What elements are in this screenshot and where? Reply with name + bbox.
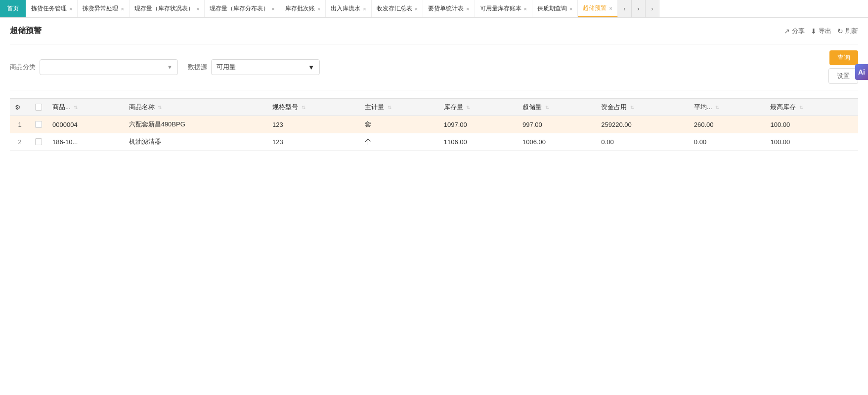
cell-unit: 套 bbox=[360, 116, 438, 133]
refresh-button[interactable]: ↻ 刷新 bbox=[837, 27, 858, 36]
sort-icon-avg: ⇅ bbox=[715, 105, 719, 110]
col-header-product-name-label: 商品名称 bbox=[129, 103, 155, 111]
tab-demand-stats[interactable]: 要货单统计表 × bbox=[423, 0, 475, 17]
tab-inventory-status-label: 现存量（库存状况表） bbox=[134, 4, 194, 13]
col-header-stock-label: 库存量 bbox=[444, 103, 463, 111]
tab-inventory-dist[interactable]: 现存量（库存分布表） × bbox=[205, 0, 280, 17]
cell-checkbox[interactable] bbox=[30, 116, 47, 133]
col-header-settings[interactable]: ⚙ bbox=[10, 99, 30, 116]
nav-home[interactable]: 首页 bbox=[0, 0, 26, 17]
data-table: ⚙ 商品... ⇅ 商品名称 ⇅ 规格型号 ⇅ bbox=[10, 98, 858, 151]
col-header-stock[interactable]: 库存量 ⇅ bbox=[439, 99, 518, 116]
category-chevron-icon: ▼ bbox=[167, 64, 173, 70]
col-header-product-code-label: 商品... bbox=[52, 103, 71, 111]
tab-recv-summary-label: 收发存汇总表 bbox=[377, 4, 412, 13]
cell-product-code: 186-10... bbox=[47, 133, 124, 151]
tab-inventory-dist-close[interactable]: × bbox=[271, 6, 274, 12]
export-label: 导出 bbox=[819, 27, 831, 36]
filter-bar: 商品分类 ▼ 数据源 可用量 ▼ 查询 设置 bbox=[10, 44, 858, 90]
tab-expiry-query-close[interactable]: × bbox=[569, 6, 572, 12]
cell-product-code: 0000004 bbox=[47, 116, 124, 133]
tab-inventory-status-close[interactable]: × bbox=[196, 6, 199, 12]
page-header: 超储预警 ↗ 分享 ⬇ 导出 ↻ 刷新 bbox=[10, 26, 858, 36]
category-filter-label: 商品分类 bbox=[10, 63, 36, 72]
col-header-checkbox[interactable] bbox=[30, 99, 47, 116]
cell-spec: 123 bbox=[267, 116, 360, 133]
select-all-checkbox[interactable] bbox=[35, 104, 42, 111]
table-row: 2 186-10... 机油滤清器 123 个 1106.00 1006.00 … bbox=[10, 133, 858, 151]
cell-product-name: 六配套新昌490BPG bbox=[124, 116, 267, 133]
cell-spec: 123 bbox=[267, 133, 360, 151]
tab-inventory-batch-close[interactable]: × bbox=[317, 6, 320, 12]
topbar: 首页 拣货任务管理 × 拣货异常处理 × 现存量（库存状况表） × 现存量（库存… bbox=[0, 0, 868, 18]
cell-overstock: 997.00 bbox=[518, 116, 596, 133]
ai-badge[interactable]: Ai bbox=[855, 64, 868, 80]
tab-recv-summary[interactable]: 收发存汇总表 × bbox=[372, 0, 423, 17]
tab-overstock-warning[interactable]: 超储预警 × bbox=[578, 0, 617, 17]
cell-checkbox[interactable] bbox=[30, 133, 47, 151]
tab-inout-flow-close[interactable]: × bbox=[363, 6, 366, 12]
refresh-label: 刷新 bbox=[845, 27, 858, 36]
tab-inventory-dist-label: 现存量（库存分布表） bbox=[210, 4, 269, 13]
col-header-product-code[interactable]: 商品... ⇅ bbox=[47, 99, 124, 116]
col-header-avg-label: 平均... bbox=[694, 103, 712, 111]
tab-overstock-warning-close[interactable]: × bbox=[609, 5, 612, 11]
tab-available-ledger-close[interactable]: × bbox=[524, 6, 527, 12]
col-header-max-stock[interactable]: 最高库存 ⇅ bbox=[765, 99, 858, 116]
sort-icon-overstock: ⇅ bbox=[545, 105, 549, 110]
cell-product-name: 机油滤清器 bbox=[124, 133, 267, 151]
tab-available-ledger[interactable]: 可用量库存账本 × bbox=[475, 0, 532, 17]
datasource-select[interactable]: 可用量 ▼ bbox=[211, 59, 320, 75]
col-header-capital[interactable]: 资金占用 ⇅ bbox=[596, 99, 689, 116]
col-header-unit-label: 主计量 bbox=[365, 103, 384, 111]
query-button[interactable]: 查询 bbox=[829, 50, 858, 65]
table-row: 1 0000004 六配套新昌490BPG 123 套 1097.00 997.… bbox=[10, 116, 858, 133]
export-button[interactable]: ⬇ 导出 bbox=[811, 27, 831, 36]
cell-stock: 1097.00 bbox=[439, 116, 518, 133]
col-header-max-stock-label: 最高库存 bbox=[770, 103, 796, 111]
cell-capital: 0.00 bbox=[596, 133, 689, 151]
row-checkbox[interactable] bbox=[35, 138, 42, 145]
sort-icon-product-name: ⇅ bbox=[158, 105, 162, 110]
tab-inventory-batch[interactable]: 库存批次账 × bbox=[280, 0, 326, 17]
col-header-overstock[interactable]: 超储量 ⇅ bbox=[518, 99, 596, 116]
tab-pick-exception[interactable]: 拣货异常处理 × bbox=[78, 0, 129, 17]
nav-prev-arrow[interactable]: ‹ bbox=[618, 0, 632, 17]
tab-available-ledger-label: 可用量库存账本 bbox=[480, 4, 521, 13]
tab-overstock-warning-label: 超储预警 bbox=[583, 4, 607, 12]
tab-demand-stats-close[interactable]: × bbox=[466, 6, 469, 12]
col-header-avg[interactable]: 平均... ⇅ bbox=[689, 99, 766, 116]
tab-inout-flow[interactable]: 出入库流水 × bbox=[326, 0, 371, 17]
col-header-capital-label: 资金占用 bbox=[601, 103, 627, 111]
row-checkbox[interactable] bbox=[35, 121, 42, 128]
tab-pick-exception-close[interactable]: × bbox=[121, 6, 124, 12]
tab-recv-summary-close[interactable]: × bbox=[415, 6, 418, 12]
cell-avg: 0.00 bbox=[689, 133, 766, 151]
tab-inventory-status[interactable]: 现存量（库存状况表） × bbox=[130, 0, 205, 17]
home-label: 首页 bbox=[7, 4, 19, 13]
col-header-product-name[interactable]: 商品名称 ⇅ bbox=[124, 99, 267, 116]
nav-more-arrow[interactable]: › bbox=[646, 0, 659, 17]
tab-pick-task-close[interactable]: × bbox=[69, 6, 72, 12]
col-header-unit[interactable]: 主计量 ⇅ bbox=[360, 99, 438, 116]
col-header-spec[interactable]: 规格型号 ⇅ bbox=[267, 99, 360, 116]
col-header-overstock-label: 超储量 bbox=[522, 103, 542, 111]
table-body: 1 0000004 六配套新昌490BPG 123 套 1097.00 997.… bbox=[10, 116, 858, 151]
cell-index: 1 bbox=[10, 116, 30, 133]
sort-icon-capital: ⇅ bbox=[630, 105, 634, 110]
settings-button[interactable]: 设置 bbox=[828, 68, 858, 84]
tab-demand-stats-label: 要货单统计表 bbox=[428, 4, 464, 13]
sort-icon-max-stock: ⇅ bbox=[799, 105, 803, 110]
table-header-row: ⚙ 商品... ⇅ 商品名称 ⇅ 规格型号 ⇅ bbox=[10, 99, 858, 116]
share-icon: ↗ bbox=[784, 27, 790, 35]
category-select[interactable]: ▼ bbox=[40, 59, 178, 75]
ai-badge-label: Ai bbox=[858, 68, 865, 76]
refresh-icon: ↻ bbox=[837, 27, 843, 35]
tab-expiry-query[interactable]: 保质期查询 × bbox=[532, 0, 578, 17]
nav-next-arrow[interactable]: › bbox=[632, 0, 646, 17]
cell-index: 2 bbox=[10, 133, 30, 151]
share-button[interactable]: ↗ 分享 bbox=[784, 27, 805, 36]
header-actions: ↗ 分享 ⬇ 导出 ↻ 刷新 bbox=[784, 27, 858, 36]
tab-pick-task[interactable]: 拣货任务管理 × bbox=[26, 0, 78, 17]
tab-inventory-batch-label: 库存批次账 bbox=[285, 4, 315, 13]
